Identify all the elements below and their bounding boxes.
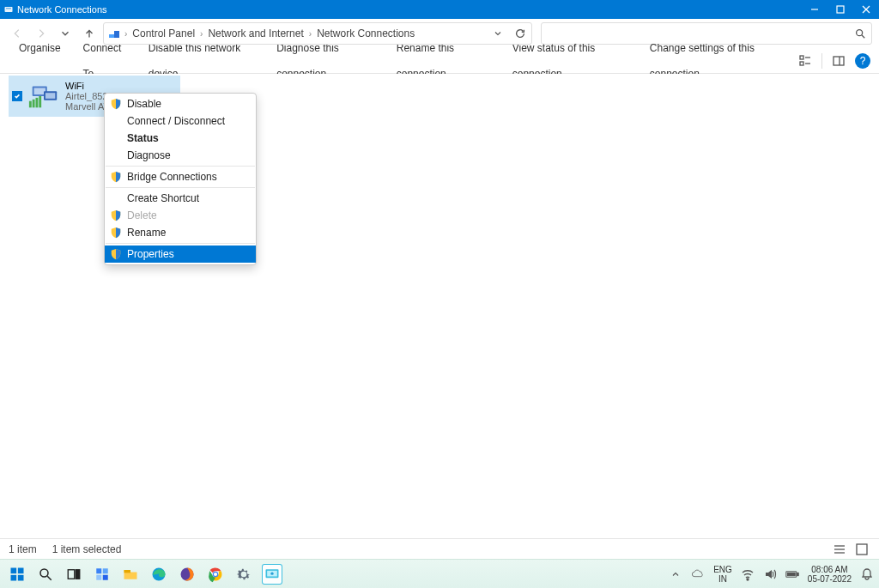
svg-rect-17 <box>34 88 45 95</box>
adapter-name: WiFi <box>65 81 118 91</box>
start-button[interactable] <box>7 564 27 585</box>
notifications-icon[interactable] <box>860 567 874 581</box>
lang-primary: ENG <box>713 565 732 574</box>
svg-rect-27 <box>857 544 867 555</box>
menu-item-status[interactable]: Status <box>105 130 256 147</box>
svg-rect-51 <box>797 573 798 575</box>
settings-icon[interactable] <box>233 564 254 585</box>
menu-item-label: Delete <box>127 209 157 221</box>
svg-point-45 <box>214 572 217 575</box>
command-bar: Organise Connect To Disable this network… <box>0 48 879 74</box>
menu-item-label: Bridge Connections <box>127 171 217 183</box>
breadcrumb-part[interactable]: Network Connections <box>315 27 416 39</box>
taskbar: ENG IN 08:06 AM 05-07-2022 <box>0 559 879 588</box>
menu-item-diagnose[interactable]: Diagnose <box>105 147 256 164</box>
status-bar: 1 item 1 item selected <box>0 538 879 559</box>
svg-line-33 <box>47 576 52 580</box>
svg-rect-37 <box>103 568 108 573</box>
app-icon <box>0 4 17 15</box>
svg-rect-36 <box>96 568 101 573</box>
svg-rect-11 <box>800 62 803 65</box>
onedrive-icon[interactable] <box>691 567 705 581</box>
svg-point-49 <box>747 579 749 580</box>
battery-icon[interactable] <box>785 567 799 581</box>
menu-item-label: Disable <box>127 98 161 110</box>
lang-secondary: IN <box>718 574 727 584</box>
svg-rect-31 <box>18 574 24 580</box>
network-adapter-icon <box>27 81 60 112</box>
address-bar[interactable]: › Control Panel › Network and Internet ›… <box>103 22 532 45</box>
menu-item-rename[interactable]: Rename <box>105 224 256 241</box>
svg-rect-3 <box>837 6 844 13</box>
widgets-button[interactable] <box>92 564 112 585</box>
svg-point-8 <box>857 30 863 36</box>
language-indicator[interactable]: ENG IN <box>713 565 732 584</box>
close-button[interactable] <box>853 0 879 19</box>
chrome-icon[interactable] <box>205 564 226 585</box>
window-title: Network Connections <box>17 4 107 15</box>
chevron-right-icon: › <box>309 29 312 39</box>
menu-item-bridge-connections[interactable]: Bridge Connections <box>105 168 256 185</box>
menu-item-label: Properties <box>127 248 174 260</box>
svg-rect-14 <box>834 57 844 65</box>
details-view-button[interactable] <box>831 542 848 557</box>
adapter-checkbox[interactable] <box>12 91 22 101</box>
svg-rect-28 <box>11 567 17 573</box>
task-view-button[interactable] <box>64 564 84 585</box>
preview-pane-button[interactable] <box>829 52 848 70</box>
chevron-right-icon: › <box>200 29 203 39</box>
menu-item-properties[interactable]: Properties <box>105 246 256 263</box>
refresh-button[interactable] <box>509 23 531 44</box>
status-selected: 1 item selected <box>52 543 122 555</box>
volume-icon[interactable] <box>763 567 777 581</box>
taskbar-search-button[interactable] <box>35 564 56 585</box>
menu-item-create-shortcut[interactable]: Create Shortcut <box>105 190 256 207</box>
clock[interactable]: 08:06 AM 05-07-2022 <box>808 565 852 584</box>
svg-point-32 <box>40 569 48 577</box>
view-options-button[interactable] <box>796 52 815 70</box>
breadcrumb-part[interactable]: Network and Internet <box>206 27 305 39</box>
search-icon <box>854 27 866 39</box>
control-panel-icon[interactable] <box>262 564 282 585</box>
tray-date: 05-07-2022 <box>808 574 852 584</box>
menu-separator <box>106 166 255 167</box>
tray-chevron-up-icon[interactable] <box>669 567 682 581</box>
help-button[interactable]: ? <box>855 53 870 69</box>
svg-rect-23 <box>39 96 41 107</box>
edge-icon[interactable] <box>149 564 169 585</box>
svg-rect-21 <box>33 100 35 108</box>
svg-rect-10 <box>800 56 803 59</box>
file-explorer-icon[interactable] <box>120 564 141 585</box>
svg-rect-7 <box>114 31 119 38</box>
svg-rect-0 <box>5 7 13 12</box>
svg-rect-39 <box>103 574 108 579</box>
address-dropdown[interactable] <box>487 23 509 44</box>
svg-rect-29 <box>18 567 24 573</box>
menu-item-connect-disconnect[interactable]: Connect / Disconnect <box>105 112 256 130</box>
menu-item-label: Rename <box>127 227 166 239</box>
svg-line-9 <box>862 35 865 39</box>
menu-item-delete: Delete <box>105 207 256 224</box>
breadcrumb-part[interactable]: Control Panel <box>130 27 197 39</box>
titlebar: Network Connections <box>0 0 879 19</box>
chevron-right-icon: › <box>124 29 127 39</box>
maximize-button[interactable] <box>827 0 853 19</box>
svg-rect-19 <box>45 93 55 99</box>
menu-item-label: Status <box>127 132 159 144</box>
large-icons-view-button[interactable] <box>853 542 870 557</box>
minimize-button[interactable] <box>802 0 827 19</box>
svg-rect-22 <box>36 98 39 107</box>
svg-rect-38 <box>96 574 101 579</box>
svg-rect-34 <box>68 569 75 579</box>
system-tray: ENG IN 08:06 AM 05-07-2022 <box>669 565 874 584</box>
firefox-icon[interactable] <box>177 564 197 585</box>
menu-item-label: Create Shortcut <box>127 192 199 204</box>
menu-item-label: Diagnose <box>127 149 171 161</box>
svg-rect-40 <box>124 570 131 573</box>
svg-rect-35 <box>76 569 80 579</box>
location-icon <box>107 27 121 40</box>
menu-item-disable[interactable]: Disable <box>105 95 256 112</box>
svg-point-48 <box>270 572 273 574</box>
wifi-icon[interactable] <box>741 567 755 581</box>
svg-rect-20 <box>29 101 32 108</box>
